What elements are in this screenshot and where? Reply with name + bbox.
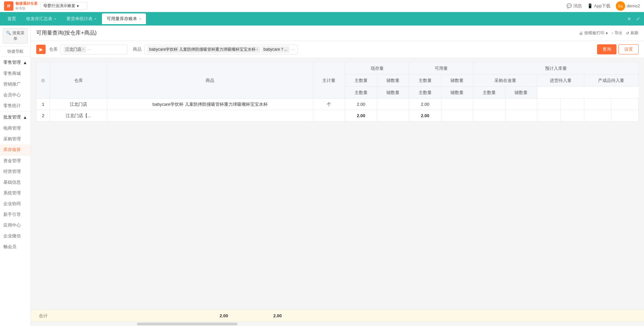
- content-area: 可用量查询(按仓库+商品) 🖨 按模板打印 ▾ ↑ 导出 ↺ 刷新 ▶: [31, 26, 644, 326]
- sidebar-item-corp-collab[interactable]: 企业协同: [0, 198, 31, 209]
- refresh-icon: ↺: [626, 31, 629, 36]
- quick-nav-btn[interactable]: 快捷导航: [0, 47, 31, 57]
- row-product-2: [107, 110, 313, 122]
- product-input[interactable]: babycare学饮杯 儿童防摔防撞吸管杯重力球吸嘴杯宝宝水杯 × babyca…: [144, 45, 298, 54]
- tab-order-close[interactable]: ×: [95, 17, 97, 21]
- row-num-2: 2: [37, 110, 50, 122]
- table-body: 1 江北门店 babycare学饮杯 儿童防摔防撞吸管杯重力球吸嘴杯宝宝水杯 个…: [37, 99, 639, 122]
- sidebar-item-app-center[interactable]: 应用中心: [0, 220, 31, 231]
- sidebar-item-retail-stat[interactable]: 零售统计: [0, 100, 31, 111]
- th-unit: 主计量: [313, 62, 345, 99]
- row-ip-aux-1: [561, 99, 584, 110]
- th-warehouse: 仓库: [50, 62, 107, 99]
- row-stock-main-2: 2.00: [345, 110, 377, 122]
- message-btn[interactable]: 💬 消息: [567, 3, 582, 9]
- export-btn[interactable]: ↑ 导出: [611, 30, 623, 36]
- sidebar-item-retail-member[interactable]: 会员中心: [0, 90, 31, 100]
- product-label: 商品: [133, 46, 142, 52]
- data-table: ⚙ 仓库 商品 主计量 现存量 可用量 预计入库量 主数量 辅数量 主数量 辅数…: [36, 62, 639, 122]
- sidebar-item-retail-mall[interactable]: 零售商城: [0, 68, 31, 79]
- table-area: ⚙ 仓库 商品 主计量 现存量 可用量 预计入库量 主数量 辅数量 主数量 辅数…: [31, 58, 644, 310]
- chevron-up-icon-2: ▲: [23, 115, 27, 120]
- sidebar-item-purchase[interactable]: 采购管理: [0, 134, 31, 144]
- top-bar: 好 畅捷通好生意 标准版 母婴行业演示账套 ▾ 💬 消息 📱 App下载 Ea …: [0, 0, 644, 12]
- th-ip-main: 主数量: [409, 87, 441, 99]
- th-purchase-transit: 采购在途量: [473, 75, 537, 87]
- total-bar: 合计 2.00 2.00: [31, 310, 644, 322]
- sidebar-item-member[interactable]: 畅会员: [0, 241, 31, 252]
- row-pp-aux-1: [611, 99, 638, 110]
- main-layout: 🔍 搜索菜单 快捷导航 零售管理 ▲ 零售商城 营销推广 会员中心 零售统计: [0, 26, 644, 326]
- sidebar-item-basic[interactable]: 基础信息: [0, 177, 31, 188]
- product-tag-1: babycare学饮杯 儿童防摔防撞吸管杯重力球吸嘴杯宝宝水杯 ×: [147, 46, 260, 53]
- setting-button[interactable]: 设置: [619, 44, 639, 54]
- message-icon: 💬: [567, 3, 572, 8]
- sidebar-section-wholesale-header[interactable]: 批发管理 ▲: [0, 111, 31, 123]
- row-warehouse-2: 江北门店【...: [50, 110, 107, 122]
- warehouse-input[interactable]: 江北门店 × ···: [60, 45, 127, 54]
- total-stock-main: 2.00: [201, 313, 228, 318]
- search-menu-btn[interactable]: 🔍 搜索菜单: [3, 28, 28, 44]
- chevron-print-icon: ▾: [606, 31, 608, 36]
- sidebar-item-sys[interactable]: 系统管理: [0, 188, 31, 198]
- tab-order-label: 要货单统计表: [66, 16, 93, 22]
- th-pp-main: 主数量: [473, 87, 505, 99]
- sidebar-item-new-guide[interactable]: 新手引导: [0, 209, 31, 220]
- chevron-up-icon: ▲: [23, 60, 27, 65]
- row-pp-main-2: [584, 110, 611, 122]
- scrollbar-thumb[interactable]: [137, 323, 237, 325]
- tab-home[interactable]: 首页: [3, 13, 21, 24]
- sidebar-item-retail-promo[interactable]: 营销推广: [0, 79, 31, 90]
- refresh-btn[interactable]: ↺ 刷新: [626, 30, 639, 36]
- sidebar-section-zero-retail-header[interactable]: 零售管理 ▲: [0, 57, 31, 68]
- row-warehouse-1: 江北门店: [50, 99, 107, 110]
- expand-btn[interactable]: ⤢: [635, 15, 641, 22]
- query-button[interactable]: 查询: [597, 44, 616, 54]
- product-more-icon[interactable]: ···: [291, 47, 295, 52]
- account-selector[interactable]: 母婴行业演示账套 ▾: [40, 2, 87, 10]
- nav-tabs: 首页 收发存汇总表 × 要货单统计表 × 可用量库存账本 × ✕ ⤢: [0, 12, 644, 26]
- bottom-area: 合计 2.00 2.00: [31, 310, 644, 326]
- th-pp-aux: 辅数量: [505, 87, 537, 99]
- search-fields: 仓库 江北门店 × ··· 商品 babycare学饮杯 儿童防摔防撞吸管杯重力…: [49, 45, 594, 54]
- row-avail-main-1: 2.00: [409, 99, 441, 110]
- th-production-pending: 产成品待入量: [584, 75, 638, 87]
- th-ip-aux: 辅数量: [441, 87, 473, 99]
- product-tag-1-close[interactable]: ×: [256, 48, 258, 51]
- table-row: 2 江北门店【... 2.00 2.00: [37, 110, 639, 122]
- tab-inventory[interactable]: 可用量库存账本 ×: [102, 13, 146, 24]
- th-settings[interactable]: ⚙: [37, 62, 50, 99]
- tab-inventory-close[interactable]: ×: [139, 17, 141, 21]
- row-stock-aux-1: [377, 99, 409, 110]
- sidebar-item-inventory[interactable]: 库存核算: [0, 144, 31, 155]
- search-actions: 查询 设置: [597, 44, 639, 54]
- close-window-btn[interactable]: ✕: [626, 15, 633, 22]
- tab-receipt[interactable]: 收发存汇总表 ×: [21, 13, 61, 24]
- sidebar-item-biz[interactable]: 经营管理: [0, 166, 31, 177]
- row-avail-aux-2: [441, 110, 473, 122]
- warehouse-more-icon[interactable]: ···: [88, 47, 92, 52]
- th-stock-group: 现存量: [345, 62, 409, 75]
- user-menu[interactable]: Ea demo2: [616, 1, 640, 11]
- warehouse-field: 仓库 江北门店 × ···: [49, 45, 127, 54]
- row-pt-aux-1: [505, 99, 537, 110]
- page-title: 可用量查询(按仓库+商品): [36, 30, 97, 37]
- print-btn[interactable]: 🖨 按模板打印 ▾: [579, 30, 608, 36]
- sidebar-section-wholesale: 批发管理 ▲ 电商管理 采购管理 库存核算: [0, 111, 31, 155]
- search-expand-btn[interactable]: ▶: [36, 45, 46, 54]
- sidebar-item-ecommerce[interactable]: 电商管理: [0, 123, 31, 134]
- sidebar-item-finance[interactable]: 资金管理: [0, 155, 31, 166]
- logo-text: 畅捷通好生意 标准版: [15, 1, 38, 11]
- sidebar-item-corp-wechat[interactable]: 企业微信: [0, 231, 31, 241]
- warehouse-label: 仓库: [49, 46, 58, 52]
- row-stock-main-1: 2.00: [345, 99, 377, 110]
- tab-receipt-close[interactable]: ×: [54, 17, 56, 21]
- tab-order[interactable]: 要货单统计表 ×: [62, 13, 101, 24]
- sidebar-search-section: 🔍 搜索菜单: [0, 26, 31, 47]
- warehouse-tag-close[interactable]: ×: [82, 48, 84, 51]
- row-product-1: babycare学饮杯 儿童防摔防撞吸管杯重力球吸嘴杯宝宝水杯: [107, 99, 313, 110]
- print-icon: 🖨: [579, 31, 583, 36]
- export-icon: ↑: [611, 31, 613, 36]
- row-avail-aux-1: [441, 99, 473, 110]
- app-download-btn[interactable]: 📱 App下载: [587, 3, 610, 9]
